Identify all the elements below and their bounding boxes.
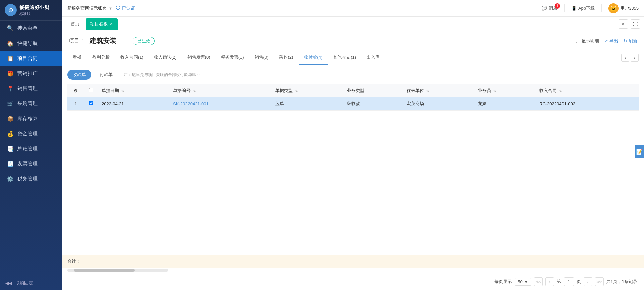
app-name: 畅捷通好业财 xyxy=(19,4,50,11)
tab-project-board[interactable]: 项目看板 ✕ xyxy=(86,18,118,30)
subtab-purchase[interactable]: 采购(2) xyxy=(274,50,299,65)
subtab-income-contract[interactable]: 收入合同(1) xyxy=(115,50,149,65)
subtab-tax-invoice[interactable]: 税务发票(0) xyxy=(216,50,249,65)
horizontal-scrollbar[interactable] xyxy=(67,269,168,272)
table-wrap: ⚙ 单据日期 ⇅ 单据编号 ⇅ xyxy=(62,84,644,255)
row-index: 1 xyxy=(67,97,84,111)
date-col-label: 单据日期 xyxy=(102,88,119,93)
sidebar-item-search[interactable]: 🔍 搜索菜单 xyxy=(0,21,62,36)
row-biz-type: 应收款 xyxy=(343,97,403,111)
sidebar-item-label: 库存核算 xyxy=(17,116,38,122)
tab-home[interactable]: 首页 xyxy=(66,18,84,30)
page-size-select[interactable]: 50 ▼ xyxy=(515,278,531,286)
gear-col-header[interactable]: ⚙ xyxy=(67,84,84,97)
sidebar-item-sales[interactable]: 📍 销售管理 xyxy=(0,81,62,96)
row-checkbox[interactable] xyxy=(89,101,93,105)
tabbar: 首页 项目看板 ✕ ✕ ⛶ xyxy=(62,17,644,31)
subtab-in-out[interactable]: 出入库 xyxy=(361,50,385,65)
account-selector[interactable]: 新服务官网演示账套 ▼ xyxy=(67,5,112,11)
row-number-link[interactable]: SK-20220421-001 xyxy=(173,101,209,106)
page-size-value: 50 xyxy=(518,279,522,284)
certified-badge: 🛡 已认证 xyxy=(116,5,135,11)
income-contract-col-label: 收入合同 xyxy=(539,88,557,93)
project-header: 项目： 建筑安装 ··· 已生效 显示明细 ↗ 导出 ↻ 刷新 xyxy=(62,31,644,50)
income-contract-col-header[interactable]: 收入合同 ⇅ xyxy=(535,84,639,97)
topbar: 新服务官网演示账套 ▼ 🛡 已认证 💬 消息 1 📱 App下载 🐱 用 xyxy=(62,0,644,17)
tab-close-icon[interactable]: ✕ xyxy=(110,22,113,26)
row-income-contract: RC-20220401-002 xyxy=(535,97,639,111)
receipt-toggle[interactable]: 收款单 xyxy=(67,70,91,80)
subtab-profit[interactable]: 盈利分析 xyxy=(87,50,115,65)
sidebar-item-ledger[interactable]: 📑 总账管理 xyxy=(0,141,62,156)
gear-icon[interactable]: ⚙ xyxy=(74,88,78,93)
topbar-right: 💬 消息 1 📱 App下载 🐱 用户3355 xyxy=(542,3,639,13)
checkbox-col-header[interactable] xyxy=(84,84,98,97)
sidebar-item-project-contract[interactable]: 📋 项目合同 xyxy=(0,51,62,66)
biz-type-col-header: 业务类型 xyxy=(343,84,403,97)
payment-toggle[interactable]: 付款单 xyxy=(94,69,118,80)
user-menu[interactable]: 🐱 用户3355 xyxy=(608,3,639,13)
sidebar-item-invoice[interactable]: 🧾 发票管理 xyxy=(0,156,62,171)
select-all-checkbox[interactable] xyxy=(89,88,93,92)
subtab-other-income[interactable]: 其他收支(1) xyxy=(328,50,361,65)
subtab-next-button[interactable]: › xyxy=(631,54,639,62)
subtab-in-out-label: 出入库 xyxy=(367,55,380,60)
table-footer: 合计： xyxy=(62,255,644,268)
subtab-payment[interactable]: 收付款(4) xyxy=(299,50,328,65)
number-col-header[interactable]: 单据编号 ⇅ xyxy=(169,84,271,97)
sidebar-item-label: 税务管理 xyxy=(17,176,38,182)
row-number[interactable]: SK-20220421-001 xyxy=(169,97,271,111)
side-panel-toggle[interactable]: 📝 xyxy=(635,145,644,158)
marketing-icon: 🎁 xyxy=(7,70,14,77)
chevron-down-icon: ▼ xyxy=(524,279,528,284)
export-button[interactable]: ↗ 导出 xyxy=(604,38,618,44)
prev-page-button[interactable]: ‹ xyxy=(545,277,554,286)
subtab-prev-button[interactable]: ‹ xyxy=(621,54,629,62)
last-page-button[interactable]: ⋙ xyxy=(595,277,604,286)
tab-home-label: 首页 xyxy=(71,21,79,27)
subtab-income-confirm[interactable]: 收入确认(2) xyxy=(149,50,182,65)
next-page-button[interactable]: › xyxy=(584,277,592,286)
page-number-input[interactable] xyxy=(564,277,574,286)
inventory-icon: 📦 xyxy=(7,116,14,122)
show-detail-checkbox[interactable]: 显示明细 xyxy=(576,38,599,44)
subtab-sales-invoice[interactable]: 销售发票(0) xyxy=(182,50,216,65)
sidebar-item-purchase[interactable]: 🛒 采购管理 xyxy=(0,96,62,111)
refresh-button[interactable]: ↻ 刷新 xyxy=(624,38,637,44)
message-button[interactable]: 💬 消息 1 xyxy=(542,5,557,11)
toggle-note: 注：这里是与项目关联的全部收付款单哦～ xyxy=(124,72,200,78)
subtab-sales[interactable]: 销售(0) xyxy=(249,50,274,65)
scrollbar-area xyxy=(62,268,644,273)
status-badge: 已生效 xyxy=(133,37,155,45)
sidebar-item-inventory[interactable]: 📦 库存核算 xyxy=(0,111,62,126)
sidebar-item-label: 项目合同 xyxy=(17,55,38,62)
tab-close-all-button[interactable]: ✕ xyxy=(619,19,628,29)
scrollbar-thumb[interactable] xyxy=(74,269,135,272)
sidebar-item-capital[interactable]: 💰 资金管理 xyxy=(0,126,62,141)
subtab-board[interactable]: 看板 xyxy=(67,50,87,65)
sort-icon: ⇅ xyxy=(559,89,562,93)
show-detail-check[interactable] xyxy=(576,39,580,43)
salesperson-col-header[interactable]: 业务员 ⇅ xyxy=(474,84,535,97)
content-area: 项目： 建筑安装 ··· 已生效 显示明细 ↗ 导出 ↻ 刷新 xyxy=(62,31,644,290)
ledger-icon: 📑 xyxy=(7,146,14,152)
date-col-header[interactable]: 单据日期 ⇅ xyxy=(98,84,169,97)
sidebar-item-label: 发票管理 xyxy=(17,161,38,167)
edit-icon: 📝 xyxy=(636,149,643,155)
message-badge: 1 xyxy=(555,3,560,9)
table-row[interactable]: 1 2022-04-21 SK-20220421-001 蓝单 应收款 宏茂商场… xyxy=(67,97,639,111)
more-button[interactable]: ··· xyxy=(121,37,128,44)
cancel-pin-button[interactable]: ◀◀ 取消固定 xyxy=(0,276,62,290)
sidebar-item-quick-nav[interactable]: 🏠 快捷导航 xyxy=(0,36,62,51)
tab-maximize-button[interactable]: ⛶ xyxy=(631,19,640,29)
type-col-header[interactable]: 单据类型 ⇅ xyxy=(271,84,343,97)
sidebar-item-marketing[interactable]: 🎁 营销推广 xyxy=(0,66,62,81)
page-of-label: 页 xyxy=(577,279,581,285)
first-page-button[interactable]: ⋘ xyxy=(534,277,543,286)
app-download-button[interactable]: 📱 App下载 xyxy=(571,5,595,11)
row-checkbox-cell[interactable] xyxy=(84,97,98,111)
subtab-income-confirm-label: 收入确认(2) xyxy=(154,55,177,60)
sidebar-item-tax[interactable]: ⚙️ 税务管理 xyxy=(0,171,62,187)
account-name: 新服务官网演示账套 xyxy=(67,5,107,11)
partner-col-header[interactable]: 往来单位 ⇅ xyxy=(402,84,474,97)
